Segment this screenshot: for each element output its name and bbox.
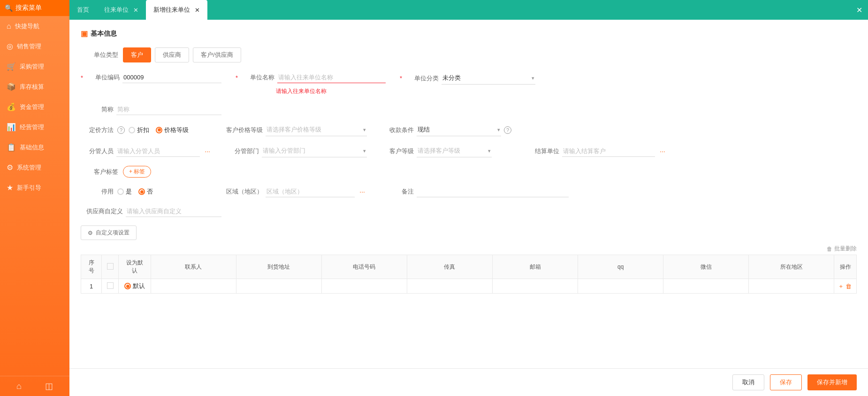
row-contact[interactable]	[151, 279, 236, 294]
region-input[interactable]	[266, 186, 355, 197]
unit-type-btn-both[interactable]: 客户/供应商	[193, 47, 241, 62]
row-wechat[interactable]	[663, 279, 749, 294]
basic-icon: 📋	[7, 143, 16, 152]
section-icon: ▣	[81, 29, 88, 38]
table-col-3: 联系人	[151, 255, 236, 279]
del-row-btn[interactable]: 🗑	[845, 283, 852, 290]
row-default[interactable]: 默认	[119, 279, 151, 294]
pricing-radio-discount[interactable]: 折扣	[129, 126, 149, 134]
manager-more-btn[interactable]: ···	[203, 148, 212, 155]
sidebar-item-inventory[interactable]: 📦库存核算	[0, 77, 69, 97]
sidebar-item-guide[interactable]: ★新手引导	[0, 178, 69, 198]
sidebar-expand-icon[interactable]: ◫	[45, 381, 53, 391]
tab-home[interactable]: 首页	[69, 0, 97, 20]
pricing-radio-price-level[interactable]: 价格等级	[156, 126, 189, 134]
row-qq[interactable]	[578, 279, 663, 294]
region-label: 区域（地区）	[226, 187, 263, 196]
row-fax[interactable]	[407, 279, 492, 294]
sidebar-item-label: 库存核算	[20, 83, 44, 91]
operation-icon: 📊	[7, 123, 16, 132]
sidebar-item-label: 快捷导航	[15, 22, 39, 31]
settlement-unit-label: 结算单位	[526, 147, 559, 155]
short-name-label: 简称	[81, 105, 114, 114]
tab-label: 首页	[77, 6, 89, 14]
row-phone[interactable]	[321, 279, 407, 294]
tabbar: 首页往来单位✕新增往来单位✕ ✕	[69, 0, 868, 20]
row-address[interactable]	[236, 279, 321, 294]
sidebar-item-label: 销售管理	[17, 42, 41, 51]
main-area: 首页往来单位✕新增往来单位✕ ✕ ▣ 基本信息 单位类型 客户供应商客户/供应商…	[69, 0, 868, 396]
tab-close-btn[interactable]: ✕	[195, 7, 200, 14]
unit-type-btn-customer[interactable]: 客户	[123, 47, 151, 62]
window-close-btn[interactable]: ✕	[856, 6, 862, 15]
default-radio-circle	[124, 283, 131, 289]
category-dropdown-arrow: ▾	[532, 75, 534, 81]
region-more-btn[interactable]: ···	[358, 188, 367, 195]
search-menu-btn[interactable]: 🔍 搜索菜单	[0, 0, 69, 16]
tab-close-btn[interactable]: ✕	[133, 7, 138, 14]
sidebar-item-finance[interactable]: 💰资金管理	[0, 97, 69, 117]
disabled-radio-yes[interactable]: 是	[117, 187, 132, 196]
department-select[interactable]: 请输入分管部门 ▾	[262, 145, 367, 157]
inventory-icon: 📦	[7, 82, 16, 91]
sidebar-item-purchase[interactable]: 🛒采购管理	[0, 56, 69, 77]
select-all-checkbox[interactable]	[107, 263, 114, 270]
unit-code-input[interactable]	[122, 72, 221, 83]
contact-table-section: 🗑 批量删除 序号设为默认联系人到货地址电话号码传真邮箱qq微信所在地区操作 1…	[81, 245, 857, 294]
sidebar-item-operation[interactable]: 📊经营管理	[0, 117, 69, 137]
pricing-radio-group: 折扣价格等级	[129, 126, 189, 134]
tab-new-partner[interactable]: 新增往来单位✕	[146, 0, 207, 20]
table-col-10: 所在地区	[749, 255, 834, 279]
row-actions[interactable]: +🗑	[834, 279, 857, 294]
custom-settings-button[interactable]: ⚙ 自定义项设置	[81, 225, 137, 240]
tag-btn-label: + 标签	[129, 168, 145, 176]
sidebar-item-quick-nav[interactable]: ⌂快捷导航	[0, 16, 69, 36]
customer-tag-label: 客户标签	[81, 168, 118, 176]
batch-delete-btn[interactable]: 🗑 批量删除	[827, 245, 857, 253]
unit-type-btn-supplier[interactable]: 供应商	[155, 47, 189, 62]
settlement-unit-input[interactable]	[562, 146, 655, 156]
radio-label: 价格等级	[164, 126, 189, 134]
sidebar-home-icon[interactable]: ⌂	[16, 381, 22, 391]
pricing-help-icon[interactable]: ?	[117, 126, 125, 134]
customer-price-select[interactable]: 请选择客户价格等级 ▾	[266, 124, 367, 136]
cancel-button[interactable]: 取消	[732, 374, 764, 390]
manager-input[interactable]	[116, 146, 200, 156]
customer-level-label: 客户等级	[381, 147, 414, 155]
row-checkbox[interactable]	[107, 282, 114, 289]
settlement-more-btn[interactable]: ···	[658, 148, 667, 155]
sidebar-item-basic[interactable]: 📋基础信息	[0, 137, 69, 157]
save-button[interactable]: 保存	[770, 374, 802, 390]
remarks-input[interactable]	[417, 186, 569, 197]
row-checkbox-cell[interactable]	[102, 279, 119, 294]
customer-price-placeholder: 请选择客户价格等级	[266, 125, 361, 134]
manager-label: 分管人员	[81, 147, 114, 155]
contact-table: 序号设为默认联系人到货地址电话号码传真邮箱qq微信所在地区操作 1默认+🗑	[81, 255, 857, 294]
sidebar-item-label: 新手引导	[17, 184, 41, 192]
disabled-radio-no[interactable]: 否	[138, 187, 153, 196]
add-tag-button[interactable]: + 标签	[123, 166, 151, 178]
search-icon: 🔍	[5, 4, 13, 12]
unit-name-input[interactable]	[277, 72, 386, 83]
add-row-btn[interactable]: +	[839, 283, 843, 290]
sidebar-item-system[interactable]: ⚙系统管理	[0, 157, 69, 178]
payment-terms-select[interactable]: 现结 ▾	[417, 124, 501, 136]
row-region[interactable]	[749, 279, 834, 294]
sidebar-item-label: 经营管理	[20, 123, 44, 132]
sidebar-item-sales[interactable]: ◎销售管理	[0, 36, 69, 56]
supplier-custom-input[interactable]	[126, 206, 221, 217]
pricing-method-label: 定价方法	[81, 126, 114, 134]
disabled-radio-group: 是否	[117, 187, 153, 196]
table-col-1[interactable]	[102, 255, 119, 279]
payment-help-icon[interactable]: ?	[504, 126, 511, 134]
customer-level-placeholder: 请选择客户等级	[418, 147, 486, 155]
customer-level-select[interactable]: 请选择客户等级 ▾	[417, 145, 492, 157]
save-and-new-button[interactable]: 保存并新增	[807, 374, 857, 390]
row-email[interactable]	[493, 279, 578, 294]
short-name-input[interactable]	[116, 104, 221, 115]
unit-category-select[interactable]: 未分类 ▾	[442, 72, 535, 85]
customer-level-arrow: ▾	[488, 148, 491, 154]
guide-icon: ★	[7, 183, 13, 192]
tab-partners[interactable]: 往来单位✕	[97, 0, 146, 20]
sales-icon: ◎	[7, 42, 13, 51]
